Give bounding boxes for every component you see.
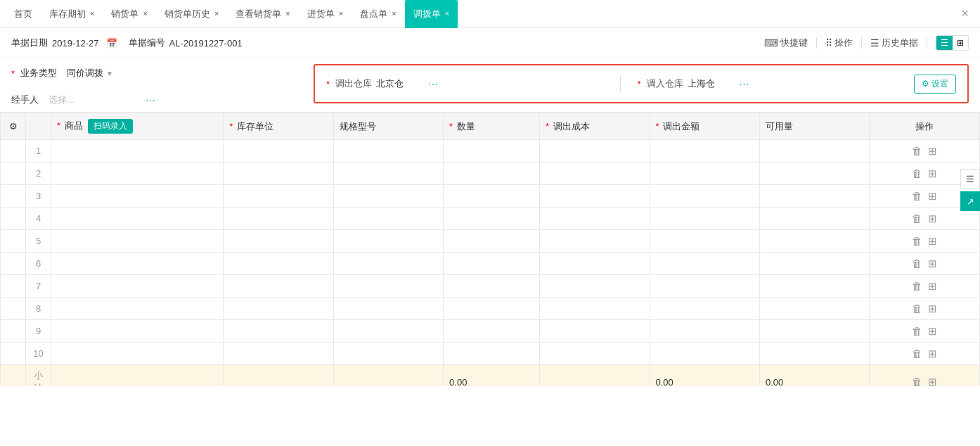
row-cost-cell[interactable] — [540, 185, 650, 208]
settings-button[interactable]: ⚙ 设置 — [914, 75, 956, 94]
copy-icon[interactable]: ⊞ — [928, 257, 937, 270]
delete-icon[interactable]: 🗑 — [912, 302, 922, 315]
row-amount-cell[interactable] — [650, 140, 759, 163]
row-unit-cell[interactable] — [224, 298, 333, 320]
row-available-cell[interactable] — [759, 140, 869, 163]
tab-view-sales[interactable]: 查看销货单 × — [227, 0, 298, 28]
row-spec-cell[interactable] — [333, 298, 443, 320]
delete-icon[interactable]: 🗑 — [912, 212, 922, 225]
row-product-cell[interactable] — [51, 343, 224, 365]
row-available-cell[interactable] — [759, 343, 869, 365]
row-cost-cell[interactable] — [540, 343, 650, 365]
tab-inventory-open[interactable]: 库存期初 × — [41, 0, 103, 28]
delete-icon[interactable]: 🗑 — [912, 376, 922, 386]
tab-sales-order-close[interactable]: × — [143, 10, 147, 18]
warehouse-in-more-icon[interactable]: ··· — [740, 78, 750, 89]
row-spec-cell[interactable] — [333, 140, 443, 163]
row-cost-cell[interactable] — [540, 320, 650, 343]
row-amount-cell[interactable] — [650, 185, 759, 208]
copy-icon[interactable]: ⊞ — [928, 190, 937, 203]
handler-select[interactable]: 选择... — [43, 91, 141, 109]
row-amount-cell[interactable] — [650, 253, 759, 275]
row-cost-cell[interactable] — [540, 275, 650, 298]
row-unit-cell[interactable] — [224, 163, 333, 185]
right-expand-btn[interactable]: ↗ — [960, 191, 980, 211]
row-qty-cell[interactable] — [444, 230, 540, 253]
row-product-cell[interactable] — [51, 230, 224, 253]
business-type-select[interactable]: 同价调拨 ▼ — [61, 64, 146, 82]
row-product-cell[interactable] — [51, 253, 224, 275]
row-amount-cell[interactable] — [650, 163, 759, 185]
tab-inventory-check-close[interactable]: × — [392, 10, 396, 18]
col-settings-header[interactable]: ⚙ — [1, 113, 26, 140]
row-qty-cell[interactable] — [444, 298, 540, 320]
tab-transfer-order-close[interactable]: × — [445, 10, 449, 18]
row-unit-cell[interactable] — [224, 230, 333, 253]
warehouse-out-more-icon[interactable]: ··· — [428, 78, 439, 89]
copy-icon[interactable]: ⊞ — [928, 280, 937, 293]
tab-transfer-order[interactable]: 调拨单 × — [405, 0, 458, 28]
row-spec-cell[interactable] — [333, 163, 443, 185]
history-btn[interactable]: ☰ 历史单据 — [870, 37, 918, 49]
delete-icon[interactable]: 🗑 — [912, 235, 922, 248]
copy-icon[interactable]: ⊞ — [928, 212, 937, 225]
row-product-cell[interactable] — [51, 140, 224, 163]
right-list-btn[interactable]: ☰ — [960, 169, 980, 189]
copy-icon[interactable]: ⊞ — [928, 302, 937, 315]
row-qty-cell[interactable] — [444, 208, 540, 230]
row-spec-cell[interactable] — [333, 208, 443, 230]
row-spec-cell[interactable] — [333, 275, 443, 298]
row-unit-cell[interactable] — [224, 275, 333, 298]
row-unit-cell[interactable] — [224, 253, 333, 275]
copy-icon[interactable]: ⊞ — [928, 167, 937, 180]
row-amount-cell[interactable] — [650, 343, 759, 365]
tab-sales-order[interactable]: 销货单 × — [103, 0, 155, 28]
delete-icon[interactable]: 🗑 — [912, 348, 922, 360]
row-cost-cell[interactable] — [540, 140, 650, 163]
row-amount-cell[interactable] — [650, 275, 759, 298]
row-amount-cell[interactable] — [650, 208, 759, 230]
row-product-cell[interactable] — [51, 185, 224, 208]
row-qty-cell[interactable] — [444, 320, 540, 343]
copy-icon[interactable]: ⊞ — [928, 145, 937, 158]
operation-btn[interactable]: ⠿ 操作 — [825, 37, 853, 49]
tab-sales-history-close[interactable]: × — [214, 10, 219, 18]
row-spec-cell[interactable] — [333, 320, 443, 343]
delete-icon[interactable]: 🗑 — [912, 167, 922, 180]
row-product-cell[interactable] — [51, 320, 224, 343]
row-cost-cell[interactable] — [540, 253, 650, 275]
row-available-cell[interactable] — [759, 320, 869, 343]
row-spec-cell[interactable] — [333, 230, 443, 253]
handler-more-icon[interactable]: ··· — [146, 94, 156, 106]
copy-icon[interactable]: ⊞ — [928, 348, 937, 360]
row-spec-cell[interactable] — [333, 185, 443, 208]
row-available-cell[interactable] — [759, 275, 869, 298]
row-qty-cell[interactable] — [444, 343, 540, 365]
row-unit-cell[interactable] — [224, 140, 333, 163]
row-available-cell[interactable] — [759, 230, 869, 253]
row-unit-cell[interactable] — [224, 343, 333, 365]
row-qty-cell[interactable] — [444, 275, 540, 298]
row-cost-cell[interactable] — [540, 163, 650, 185]
row-product-cell[interactable] — [51, 208, 224, 230]
copy-icon[interactable]: ⊞ — [928, 325, 937, 338]
row-unit-cell[interactable] — [224, 320, 333, 343]
row-available-cell[interactable] — [759, 298, 869, 320]
row-available-cell[interactable] — [759, 253, 869, 275]
copy-icon[interactable]: ⊞ — [928, 376, 937, 386]
delete-icon[interactable]: 🗑 — [912, 257, 922, 270]
row-spec-cell[interactable] — [333, 343, 443, 365]
tab-purchase-order[interactable]: 进货单 × — [299, 0, 352, 28]
delete-icon[interactable]: 🗑 — [912, 280, 922, 293]
row-unit-cell[interactable] — [224, 185, 333, 208]
row-available-cell[interactable] — [759, 185, 869, 208]
row-qty-cell[interactable] — [444, 185, 540, 208]
scan-entry-button[interactable]: 扫码录入 — [88, 119, 133, 134]
shortcut-btn[interactable]: ⌨ 快捷键 — [764, 37, 808, 49]
view-toggle-list[interactable]: ☰ — [936, 36, 953, 50]
row-amount-cell[interactable] — [650, 320, 759, 343]
row-cost-cell[interactable] — [540, 230, 650, 253]
row-product-cell[interactable] — [51, 163, 224, 185]
tab-home[interactable]: 首页 — [6, 0, 41, 28]
row-available-cell[interactable] — [759, 208, 869, 230]
